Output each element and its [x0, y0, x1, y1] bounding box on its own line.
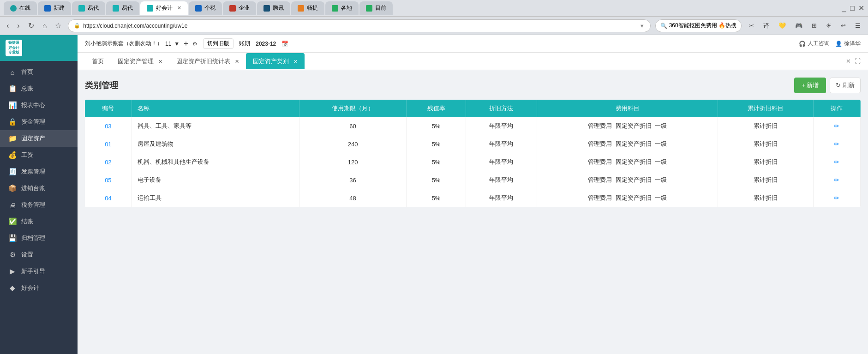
close-tab-fixed-asset-mgmt[interactable]: ✕ — [158, 59, 162, 65]
sidebar-item-inventory[interactable]: 📦 进销台账 — [0, 180, 78, 197]
edit-icon-2[interactable]: ✏ — [834, 158, 839, 166]
translate-icon[interactable]: 译 — [760, 20, 772, 31]
bookmark-button[interactable]: ☆ — [53, 19, 63, 32]
content-tab-fixed-asset-mgmt[interactable]: 固定资产管理 ✕ — [111, 53, 169, 69]
close-window-icon[interactable]: ✕ — [858, 4, 864, 12]
sidebar-item-archive[interactable]: 💾 归档管理 — [0, 230, 78, 246]
invoice-icon: 🧾 — [8, 168, 17, 176]
browser-tab-muqian[interactable]: 目前 — [359, 1, 393, 15]
tab-label-online: 在线 — [19, 4, 30, 12]
sidebar-label-invoice: 发票管理 — [21, 168, 45, 176]
cell-code-4[interactable]: 04 — [85, 189, 132, 207]
sidebar-header: 畅捷通好会计专业版 — [0, 35, 78, 61]
close-tab-depreciation[interactable]: ✕ — [235, 59, 239, 65]
minimize-icon[interactable]: ⎯ — [842, 4, 846, 12]
sidebar-item-home[interactable]: ⌂ 首页 — [0, 64, 78, 80]
sidebar-nav: ⌂ 首页 📋 总账 📊 报表中心 🔒 资金管理 📁 固定资产 💰 工资 — [0, 61, 78, 354]
browser-tab-haokuaiji[interactable]: 好会计 ✕ — [140, 1, 188, 15]
search-bar[interactable]: 🔍 360智能抠图免费用 🔥热搜 — [655, 19, 742, 32]
cell-name-2: 机器、机械和其他生产设备 — [132, 153, 299, 171]
cell-period-0: 60 — [299, 117, 407, 135]
sidebar-item-ledger[interactable]: 📋 总账 — [0, 80, 78, 97]
sidebar-label-tax: 税务管理 — [21, 201, 45, 209]
add-category-button[interactable]: + 新增 — [794, 78, 826, 93]
refresh-button[interactable]: ↻ 刷新 — [830, 78, 861, 93]
cell-action-0[interactable]: ✏ — [813, 117, 860, 135]
browser-tab-changte[interactable]: 畅提 — [291, 1, 324, 15]
fixed-assets-icon: 📁 — [8, 134, 17, 143]
browser-tab-gedi[interactable]: 各地 — [325, 1, 359, 15]
edit-icon-4[interactable]: ✏ — [834, 194, 839, 202]
main-content: 刘小艳演示账套（勿删勿动！） 11 ▼ ＋ ⚙ 切到旧版 账期 2023-12 … — [78, 35, 868, 354]
sidebar-item-guide[interactable]: ▶ 新手引导 — [0, 263, 78, 280]
close-tab-category[interactable]: ✕ — [293, 59, 298, 65]
cell-depreciation-0: 累计折旧 — [718, 117, 814, 135]
sidebar-item-reports[interactable]: 📊 报表中心 — [0, 97, 78, 114]
sidebar-item-more[interactable]: ◆ 好会计 — [0, 280, 78, 296]
cell-action-4[interactable]: ✏ — [813, 189, 860, 207]
cell-code-0[interactable]: 03 — [85, 117, 132, 135]
app-wrapper: 畅捷通好会计专业版 ⌂ 首页 📋 总账 📊 报表中心 🔒 资金管理 📁 — [0, 35, 868, 354]
calendar-icon[interactable]: 📅 — [281, 41, 288, 47]
cell-action-1[interactable]: ✏ — [813, 135, 860, 153]
browser-tab-enterprise[interactable]: 企业 — [223, 1, 256, 15]
tax-icon: 🖨 — [8, 201, 17, 209]
company-name: 刘小艳演示账套（勿删勿动！） — [85, 40, 162, 48]
tab-close-haokuaiji[interactable]: ✕ — [177, 5, 181, 11]
browser-tab-new[interactable]: 新建 — [38, 1, 71, 15]
reload-button[interactable]: ↻ — [26, 19, 36, 32]
forward-button[interactable]: › — [15, 20, 21, 32]
maximize-icon[interactable]: □ — [850, 4, 855, 12]
sidebar-item-funds[interactable]: 🔒 资金管理 — [0, 114, 78, 130]
sidebar-item-invoice[interactable]: 🧾 发票管理 — [0, 163, 78, 180]
browser-tab-tax[interactable]: 个税 — [189, 1, 222, 15]
game-icon[interactable]: 🎮 — [792, 21, 805, 30]
grid-icon[interactable]: ⊞ — [809, 21, 820, 30]
switch-version-button[interactable]: 切到旧版 — [203, 38, 233, 49]
plus-icon[interactable]: ＋ — [182, 39, 190, 48]
user-account[interactable]: 👤 徐泽华 — [835, 40, 861, 48]
sidebar-item-close-account[interactable]: ✅ 结账 — [0, 213, 78, 230]
cell-code-2[interactable]: 02 — [85, 153, 132, 171]
brightness-icon[interactable]: ☀ — [823, 21, 834, 30]
tab-favicon-easy2 — [113, 5, 119, 12]
cell-code-1[interactable]: 01 — [85, 135, 132, 153]
sidebar-item-fixed-assets[interactable]: 📁 固定资产 — [0, 130, 78, 147]
sidebar-item-settings[interactable]: ⚙ 设置 — [0, 246, 78, 263]
col-code: 编号 — [85, 100, 132, 117]
edit-icon-0[interactable]: ✏ — [834, 122, 839, 130]
address-bar[interactable]: 🔒 https://cloud.chanjet.com/accounting/u… — [68, 19, 650, 32]
content-tab-fixed-asset-mgmt-label: 固定资产管理 — [118, 57, 154, 66]
undo-icon[interactable]: ↩ — [838, 21, 849, 30]
gear-icon[interactable]: ⚙ — [192, 41, 198, 47]
sidebar-item-tax[interactable]: 🖨 税务管理 — [0, 197, 78, 213]
sidebar-item-payroll[interactable]: 💰 工资 — [0, 147, 78, 163]
header-actions: + 新增 ↻ 刷新 — [794, 78, 861, 93]
content-body: 类别管理 + 新增 ↻ 刷新 编号 名称 使用期限（月） 残值率 折旧方法 费用… — [78, 70, 868, 354]
content-tab-depreciation[interactable]: 固定资产折旧统计表 ✕ — [169, 53, 246, 69]
home-button[interactable]: ⌂ — [41, 20, 49, 32]
service-contact[interactable]: 🎧 人工咨询 — [799, 40, 830, 48]
browser-tab-easy1[interactable]: 易代 — [72, 1, 105, 15]
dropdown-icon[interactable]: ▼ — [174, 41, 180, 47]
edit-icon-3[interactable]: ✏ — [834, 176, 839, 184]
tab-label-easy2: 易代 — [122, 4, 133, 12]
content-tab-home[interactable]: 首页 — [85, 53, 111, 69]
cell-action-2[interactable]: ✏ — [813, 153, 860, 171]
content-tab-category[interactable]: 固定资产类别 ✕ — [246, 53, 305, 69]
maximize-panel-icon[interactable]: ⛶ — [855, 58, 861, 65]
cell-code-3[interactable]: 05 — [85, 171, 132, 189]
browser-tab-tencent[interactable]: 腾讯 — [257, 1, 290, 15]
close-panel-icon[interactable]: ✕ — [846, 58, 851, 65]
scissors-icon[interactable]: ✂ — [746, 21, 757, 30]
cell-method-0: 年限平均 — [466, 117, 537, 135]
browser-tab-easy2[interactable]: 易代 — [106, 1, 139, 15]
edit-icon-1[interactable]: ✏ — [834, 140, 839, 148]
cell-action-3[interactable]: ✏ — [813, 171, 860, 189]
back-button[interactable]: ‹ — [5, 20, 11, 32]
browser-tab-online[interactable]: 在线 — [4, 1, 37, 15]
cell-depreciation-4: 累计折旧 — [718, 189, 814, 207]
wallet-icon[interactable]: 💛 — [776, 21, 789, 30]
menu-icon[interactable]: ☰ — [852, 21, 863, 30]
cell-period-1: 240 — [299, 135, 407, 153]
